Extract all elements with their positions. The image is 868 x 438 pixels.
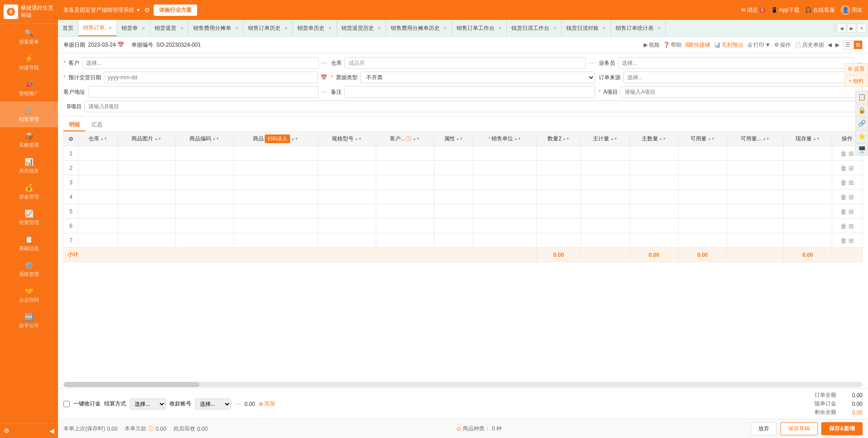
row-product-code[interactable] [175, 175, 233, 190]
sidebar-item-enterprise[interactable]: 🤝 企业协同 [0, 282, 58, 308]
row-product-image[interactable] [117, 161, 175, 175]
save-draft-button[interactable]: 保存草稿 [781, 422, 818, 435]
solution-button[interactable]: 体验行业方案 [154, 5, 197, 16]
col-settings[interactable]: ⚙ [64, 132, 78, 146]
row-product-code[interactable] [175, 219, 233, 233]
row-warehouse[interactable] [78, 219, 118, 233]
customer-more-icon[interactable]: ··· [321, 59, 327, 67]
delete-row-icon[interactable]: 🗑 [840, 237, 847, 244]
row-main-unit[interactable] [581, 204, 630, 219]
row-sales-unit[interactable] [473, 175, 536, 190]
row-available2[interactable] [727, 233, 784, 248]
row-available[interactable] [678, 146, 727, 161]
note-input[interactable] [344, 86, 595, 98]
row-product-name[interactable] [233, 219, 318, 233]
row-warehouse[interactable] [78, 175, 118, 190]
warehouse-more-icon[interactable]: ··· [589, 59, 595, 67]
tabs-prev-button[interactable]: ◀ [837, 24, 846, 33]
row-product-image[interactable] [117, 233, 175, 248]
tab-order-history[interactable]: 销售订单历史 ✕ [243, 20, 293, 36]
tab-return-history[interactable]: 销货单历史 ✕ [293, 20, 337, 36]
messages-button[interactable]: ✉ 消息 6 [741, 6, 766, 14]
row-stock[interactable] [783, 233, 832, 248]
tab-home[interactable]: 首页 [58, 20, 78, 36]
row-spec[interactable] [318, 190, 376, 204]
row-available[interactable] [678, 190, 727, 204]
invoice-type-select[interactable]: 不开票 增值税专用发票 增值税普通发票 [360, 72, 595, 83]
row-main-unit[interactable] [581, 146, 630, 161]
row-available2[interactable] [727, 190, 784, 204]
row-stock[interactable] [783, 161, 832, 175]
row-spec[interactable] [318, 233, 376, 248]
calendar-icon[interactable]: 📅 [117, 42, 124, 48]
tab-close-icon[interactable]: ✕ [141, 26, 145, 31]
row-product-image[interactable] [117, 219, 175, 233]
tab-sales-order[interactable]: 销售订单 ✕ [78, 20, 117, 36]
settings-gear-icon[interactable]: ⚙ [144, 6, 150, 14]
order-source-input[interactable] [623, 72, 854, 83]
row-customer-ref[interactable] [376, 175, 434, 190]
row-qty2[interactable] [536, 233, 581, 248]
list-view-icon[interactable]: ☰ [843, 40, 853, 49]
right-panel-icon-4[interactable]: ⭐ [855, 130, 868, 143]
row-attribute[interactable] [434, 146, 473, 161]
print-action[interactable]: 🖨 打印 ▼ [747, 41, 771, 49]
row-sales-unit[interactable] [473, 161, 536, 175]
row-main-unit[interactable] [581, 219, 630, 233]
row-available[interactable] [678, 161, 727, 175]
row-qty2[interactable] [536, 190, 581, 204]
row-warehouse[interactable] [78, 233, 118, 248]
row-available[interactable] [678, 219, 727, 233]
row-customer-ref[interactable] [376, 146, 434, 161]
row-sales-unit[interactable] [473, 190, 536, 204]
tab-sales-stats[interactable]: 销售订单统计表 ✕ [611, 20, 666, 36]
account-select[interactable]: 选择... [195, 399, 231, 409]
row-available[interactable] [678, 175, 727, 190]
tab-close-icon[interactable]: ✕ [328, 26, 332, 31]
save-new-button[interactable]: 保存&新增 [821, 422, 863, 435]
sidebar-item-purchase[interactable]: 📦 采购管理 [0, 127, 58, 153]
tab-close-icon[interactable]: ✕ [553, 26, 557, 31]
row-available[interactable] [678, 204, 727, 219]
b-project-input[interactable] [84, 101, 863, 112]
row-main-qty[interactable] [630, 190, 678, 204]
sidebar-item-system[interactable]: ⚙️ 系统管理 [0, 256, 58, 282]
materials-side-button[interactable]: + 物料 [844, 76, 868, 87]
tab-close-icon[interactable]: ✕ [378, 26, 381, 31]
delivery-date-input[interactable] [104, 72, 318, 83]
a-project-input[interactable] [621, 86, 863, 98]
row-product-image[interactable] [117, 204, 175, 219]
scan-button[interactable]: 扫码录入 [265, 135, 290, 143]
sidebar-item-operations[interactable]: 📈 经营管理 [0, 205, 58, 231]
row-sales-unit[interactable] [473, 204, 536, 219]
row-product-name[interactable] [233, 233, 318, 248]
discard-button[interactable]: 放弃 [751, 422, 777, 435]
address-more-icon[interactable]: ··· [321, 88, 327, 96]
delete-row-icon[interactable]: 🗑 [840, 208, 847, 215]
collapse-icon[interactable]: ◀ [49, 427, 54, 434]
horizontal-scrollbar[interactable] [63, 382, 863, 387]
row-product-name[interactable] [233, 204, 318, 219]
copy-row-icon[interactable]: ⊞ [849, 179, 854, 186]
row-main-unit[interactable] [581, 233, 630, 248]
row-product-code[interactable] [175, 146, 233, 161]
delete-row-icon[interactable]: 🗑 [840, 150, 847, 157]
row-customer-ref[interactable] [376, 219, 434, 233]
row-customer-ref[interactable] [376, 161, 434, 175]
tab-order-workbench[interactable]: 销售订单工作台 ✕ [452, 20, 507, 36]
row-product-image[interactable] [117, 190, 175, 204]
sidebar-item-inventory[interactable]: 📊 库存核算 [0, 153, 58, 179]
row-customer-ref[interactable] [376, 204, 434, 219]
tab-close-icon[interactable]: ✕ [602, 26, 606, 31]
warehouse-input[interactable] [344, 57, 586, 69]
row-available2[interactable] [727, 161, 784, 175]
delete-row-icon[interactable]: 🗑 [840, 164, 847, 172]
tab-close-icon[interactable]: ✕ [443, 26, 447, 31]
customer-input[interactable] [82, 57, 319, 69]
delete-row-icon[interactable]: 🗑 [840, 179, 847, 186]
row-product-code[interactable] [175, 233, 233, 248]
tab-fee-history[interactable]: 销售费用分摊单历史 ✕ [386, 20, 452, 36]
row-qty2[interactable] [536, 204, 581, 219]
row-main-qty[interactable] [630, 175, 678, 190]
row-available2[interactable] [727, 204, 784, 219]
